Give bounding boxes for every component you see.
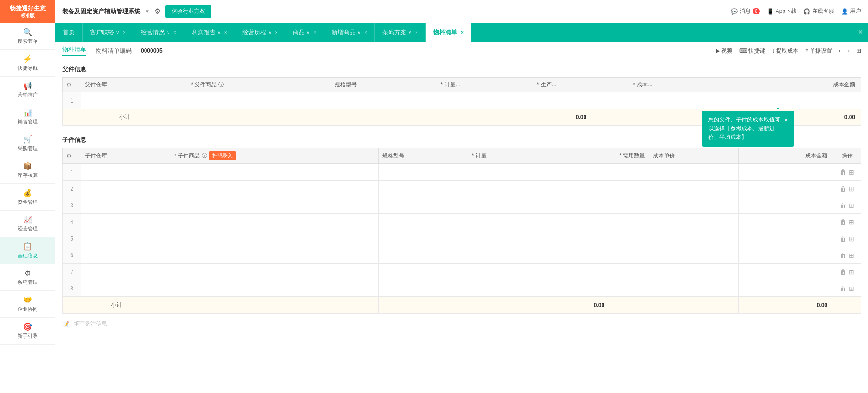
copy-icon-6[interactable]: ⊞ — [849, 252, 854, 259]
delete-icon-4[interactable]: 🗑 — [840, 218, 846, 226]
tab-home[interactable]: 首页 — [55, 23, 83, 42]
copy-icon-2[interactable]: ⊞ — [849, 185, 854, 193]
child-cell-product-1[interactable] — [170, 164, 379, 181]
copy-icon-7[interactable]: ⊞ — [849, 268, 854, 276]
child-cell-spec-8[interactable] — [379, 280, 468, 297]
sidebar-item-marketing[interactable]: 📢 营销推广 — [0, 77, 55, 103]
sidebar-item-quicknav[interactable]: ⚡ 快捷导航 — [0, 50, 55, 77]
child-cell-unit-1[interactable] — [468, 164, 549, 181]
delete-icon-2[interactable]: 🗑 — [840, 185, 846, 193]
child-cell-quantity-5[interactable] — [549, 230, 649, 247]
parent-cell-unit-1[interactable] — [437, 92, 533, 109]
child-cell-product-4[interactable] — [170, 214, 379, 230]
child-cell-warehouse-1[interactable] — [81, 164, 170, 181]
child-cell-product-7[interactable] — [170, 264, 379, 280]
child-cell-spec-4[interactable] — [379, 214, 468, 230]
child-cell-unit-cost-3[interactable] — [649, 197, 738, 214]
child-cell-product-3[interactable] — [170, 197, 379, 214]
child-cell-quantity-6[interactable] — [549, 247, 649, 264]
tab-barcode[interactable]: 条码方案 ∨ × — [375, 23, 426, 42]
tab-profit[interactable]: 利润报告 ∨ × — [184, 23, 235, 42]
delete-icon-5[interactable]: 🗑 — [840, 235, 846, 242]
copy-icon-1[interactable]: ⊞ — [849, 169, 854, 176]
online-service-item[interactable]: 🎧 在线客服 — [803, 7, 834, 15]
tab-new-product-close[interactable]: × — [364, 30, 367, 35]
child-cell-cost-amount-6[interactable] — [738, 247, 833, 264]
child-cell-product-8[interactable] — [170, 280, 379, 297]
child-cell-cost-amount-2[interactable] — [738, 181, 833, 197]
child-cell-spec-6[interactable] — [379, 247, 468, 264]
parent-cell-amount-1[interactable] — [748, 92, 861, 109]
child-cell-unit-cost-4[interactable] — [649, 214, 738, 230]
child-cell-warehouse-2[interactable] — [81, 181, 170, 197]
child-cell-product-5[interactable] — [170, 230, 379, 247]
child-cell-unit-cost-7[interactable] — [649, 264, 738, 280]
breadcrumb-tab-bom[interactable]: 物料清单 — [62, 45, 86, 56]
child-cell-warehouse-7[interactable] — [81, 264, 170, 280]
sidebar-item-sales[interactable]: 📊 销售管理 — [0, 103, 55, 130]
sidebar-item-search[interactable]: 🔍 搜索菜单 — [0, 23, 55, 50]
tab-business-close[interactable]: × — [174, 30, 176, 35]
child-cell-warehouse-6[interactable] — [81, 247, 170, 264]
tab-business[interactable]: 经营情况 ∨ × — [133, 23, 184, 42]
sidebar-item-inventory[interactable]: 📦 库存核算 — [0, 157, 55, 184]
sidebar-item-basic-info[interactable]: 📋 基础信息 — [0, 237, 55, 264]
child-cell-spec-5[interactable] — [379, 230, 468, 247]
nav-close-all[interactable]: × — [853, 28, 868, 36]
system-title-dropdown[interactable]: ▼ — [145, 9, 150, 14]
child-cell-warehouse-4[interactable] — [81, 214, 170, 230]
parent-cell-cost-1[interactable] — [629, 92, 725, 109]
settings-gear-icon[interactable]: ⚙ — [154, 7, 161, 16]
sidebar-item-purchase[interactable]: 🛒 采购管理 — [0, 130, 55, 157]
tab-customer-close[interactable]: × — [123, 30, 126, 35]
child-cell-unit-cost-1[interactable] — [649, 164, 738, 181]
tab-product[interactable]: 商品 ∨ × — [285, 23, 324, 42]
delete-icon-8[interactable]: 🗑 — [840, 285, 846, 292]
child-cell-unit-4[interactable] — [468, 214, 549, 230]
child-cell-quantity-2[interactable] — [549, 181, 649, 197]
tab-profit-close[interactable]: × — [224, 30, 227, 35]
child-cell-unit-6[interactable] — [468, 247, 549, 264]
scan-button[interactable]: 扫码录入 — [209, 151, 236, 160]
child-cell-quantity-8[interactable] — [549, 280, 649, 297]
child-cell-unit-8[interactable] — [468, 280, 549, 297]
parent-cell-product-1[interactable] — [187, 92, 331, 109]
child-cell-unit-7[interactable] — [468, 264, 549, 280]
child-cell-warehouse-5[interactable] — [81, 230, 170, 247]
child-cell-spec-7[interactable] — [379, 264, 468, 280]
trial-button[interactable]: 体验行业方案 — [165, 5, 211, 18]
tab-customer[interactable]: 客户联络 ∨ × — [83, 23, 133, 42]
child-gear-icon[interactable]: ⚙ — [66, 153, 72, 159]
nav-next[interactable]: › — [848, 48, 850, 54]
tab-new-product[interactable]: 新增商品 ∨ × — [324, 23, 375, 42]
child-cell-unit-3[interactable] — [468, 197, 549, 214]
delete-icon-1[interactable]: 🗑 — [840, 169, 846, 176]
child-cell-product-2[interactable] — [170, 181, 379, 197]
child-cell-product-6[interactable] — [170, 247, 379, 264]
copy-icon-5[interactable]: ⊞ — [849, 235, 854, 242]
app-download-item[interactable]: 📱 App下载 — [767, 7, 796, 15]
child-cell-unit-2[interactable] — [468, 181, 549, 197]
child-cell-quantity-3[interactable] — [549, 197, 649, 214]
sidebar-item-system[interactable]: ⚙ 系统管理 — [0, 264, 55, 291]
sidebar-item-guide[interactable]: 🎯 新手引导 — [0, 318, 55, 345]
child-cell-quantity-1[interactable] — [549, 164, 649, 181]
child-cell-cost-amount-1[interactable] — [738, 164, 833, 181]
user-item[interactable]: 👤 用户 — [841, 7, 861, 15]
child-cell-cost-amount-8[interactable] — [738, 280, 833, 297]
child-cell-spec-1[interactable] — [379, 164, 468, 181]
parent-cell-spec-1[interactable] — [331, 92, 437, 109]
action-extract-cost[interactable]: ↓ 提取成本 — [772, 47, 798, 55]
child-cell-unit-cost-8[interactable] — [649, 280, 738, 297]
child-cell-cost-amount-4[interactable] — [738, 214, 833, 230]
delete-icon-3[interactable]: 🗑 — [840, 202, 846, 209]
expand-icon[interactable]: ⊞ — [856, 48, 861, 54]
copy-icon-3[interactable]: ⊞ — [849, 202, 854, 209]
child-cell-warehouse-3[interactable] — [81, 197, 170, 214]
delete-icon-7[interactable]: 🗑 — [840, 268, 846, 276]
tab-history[interactable]: 经营历程 ∨ × — [235, 23, 286, 42]
tab-barcode-close[interactable]: × — [415, 30, 418, 35]
child-cell-cost-amount-3[interactable] — [738, 197, 833, 214]
sidebar-item-collab[interactable]: 🤝 企业协同 — [0, 291, 55, 318]
child-cell-quantity-7[interactable] — [549, 264, 649, 280]
